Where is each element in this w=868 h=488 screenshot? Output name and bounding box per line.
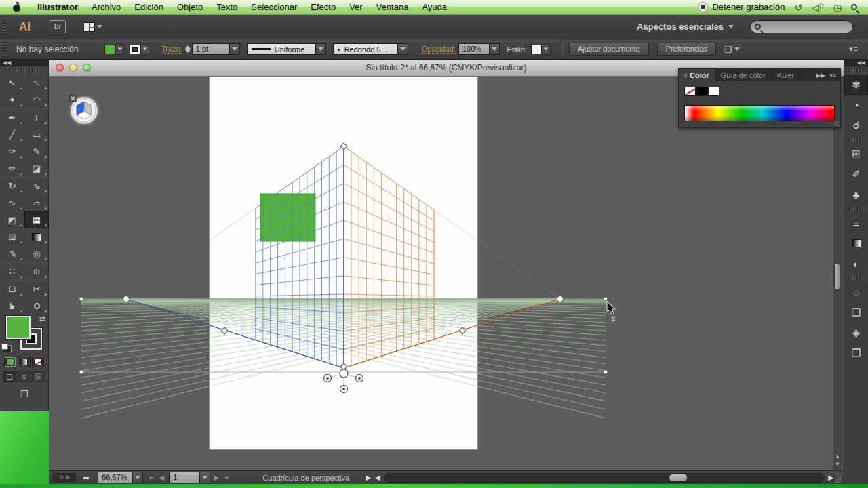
menu-item-objeto[interactable]: Objeto xyxy=(170,0,210,15)
color-guide-panel-icon[interactable]: ◔ xyxy=(844,95,868,115)
menu-item-seleccionar[interactable]: Seleccionar xyxy=(244,0,304,15)
artboard-number-field[interactable]: 1 xyxy=(169,472,200,483)
fill-color-dropdown[interactable] xyxy=(115,44,124,55)
blob-brush-tool[interactable]: ✏ xyxy=(0,160,24,177)
opacity-dropdown[interactable] xyxy=(490,43,500,55)
search-input[interactable] xyxy=(750,20,853,33)
direct-selection-tool[interactable]: ↖ xyxy=(24,75,49,92)
brush-definition-select[interactable]: • Redondo 5... xyxy=(333,43,398,55)
menu-item-ver[interactable]: Ver xyxy=(342,0,370,15)
menu-item-texto[interactable]: Texto xyxy=(210,0,244,15)
swap-fill-stroke-icon[interactable]: ⇄ xyxy=(39,314,45,323)
dock-gripper[interactable] xyxy=(848,207,864,211)
pen-tool[interactable]: ✒ xyxy=(0,109,24,126)
tab-guía-de-color[interactable]: Guía de color xyxy=(715,69,772,81)
zoom-level-select[interactable]: 66,67% xyxy=(98,472,133,483)
scroll-up-icon[interactable]: ▲ xyxy=(833,453,842,460)
menu-item-ventana[interactable]: Ventana xyxy=(370,0,416,15)
width-profile-dropdown[interactable] xyxy=(316,43,326,55)
brush-definition-dropdown[interactable] xyxy=(398,43,408,55)
fit-document-button[interactable]: Ajustar documento xyxy=(569,43,649,56)
vertical-extent-handle[interactable] xyxy=(340,143,347,150)
variable-width-profile-select[interactable]: Uniforme xyxy=(247,43,316,55)
right-vanishing-point-handle[interactable] xyxy=(557,296,564,302)
rectangle-tool[interactable]: ▭ xyxy=(24,126,49,143)
style-dropdown[interactable] xyxy=(542,44,551,55)
symbol-sprayer-tool[interactable]: ∷ xyxy=(0,263,24,280)
plane-switcher-widget[interactable] xyxy=(70,96,98,125)
stroke-color-dropdown[interactable] xyxy=(140,44,149,55)
stroke-color-swatch[interactable] xyxy=(130,45,140,54)
mesh-tool[interactable]: ⊞ xyxy=(0,228,24,245)
hand-tool[interactable]: ☛ xyxy=(0,298,24,314)
window-resize-grip[interactable] xyxy=(835,473,842,483)
apple-menu-icon[interactable] xyxy=(12,3,21,12)
menu-item-ayuda[interactable]: Ayuda xyxy=(415,0,454,15)
stroke-weight-stepper[interactable] xyxy=(185,45,191,53)
style-swatch[interactable] xyxy=(531,45,542,54)
collapse-panel-icon[interactable]: ▶▶ xyxy=(816,72,825,79)
preferences-button[interactable]: Preferencias xyxy=(657,43,717,56)
zoom-level-dropdown[interactable] xyxy=(133,472,143,483)
appearance-panel-icon[interactable]: ◌ xyxy=(844,282,868,302)
panel-resize-grip[interactable] xyxy=(833,121,839,126)
horizontal-grid-cell-widget[interactable] xyxy=(340,386,348,393)
stop-recording-button[interactable]: Detener grabación xyxy=(698,2,785,12)
lasso-tool[interactable]: ◠ xyxy=(24,92,49,108)
last-artboard-icon[interactable]: ⇥ xyxy=(223,474,229,481)
left-vanishing-point-handle[interactable] xyxy=(123,296,130,302)
gradient-panel-icon[interactable] xyxy=(844,233,868,253)
select-similar-icon[interactable]: ❏ xyxy=(724,45,732,54)
stroke-panel-link[interactable]: Trazo: xyxy=(161,45,182,54)
width-tool[interactable]: ∿ xyxy=(0,195,24,211)
spotlight-icon[interactable] xyxy=(851,4,857,10)
dock-gripper[interactable] xyxy=(848,68,864,73)
menu-item-efecto[interactable]: Efecto xyxy=(304,0,342,15)
layers-panel-icon[interactable]: ◈ xyxy=(844,323,868,343)
white-color-swatch[interactable] xyxy=(708,87,719,96)
column-graph-tool[interactable]: ılı xyxy=(24,263,49,280)
clock-icon[interactable]: ◷ xyxy=(833,3,842,12)
right-horizon-handle[interactable] xyxy=(604,297,608,301)
dock-gripper[interactable] xyxy=(848,276,864,280)
right-ground-handle[interactable] xyxy=(604,370,608,374)
type-tool[interactable]: T xyxy=(24,109,49,126)
brushes-panel-icon[interactable]: ✐ xyxy=(844,164,868,184)
workspace-switcher[interactable]: Aspectos esenciales xyxy=(637,22,734,32)
draw-behind-mode-button[interactable]: ⧅ xyxy=(17,371,31,382)
time-machine-icon[interactable]: ↺ xyxy=(794,3,802,12)
stroke-weight-dropdown[interactable] xyxy=(230,43,240,55)
menu-item-edición[interactable]: Edición xyxy=(127,0,170,15)
hscroll-left-icon[interactable]: ◀ xyxy=(375,474,380,481)
line-segment-tool[interactable]: ╱ xyxy=(0,126,24,143)
selection-tool[interactable]: ↖ xyxy=(0,75,24,92)
dock-gripper[interactable] xyxy=(848,138,864,142)
first-artboard-icon[interactable]: ⇤ xyxy=(149,474,155,481)
status-mini-icons[interactable]: ⚙❖ xyxy=(53,473,76,482)
tab-kuler[interactable]: Kuler xyxy=(772,69,801,81)
right-grid-cell-widget[interactable] xyxy=(356,375,363,382)
stroke-weight-value[interactable]: 1 pt xyxy=(192,43,230,55)
artboard-tool[interactable]: ⊡ xyxy=(0,281,24,298)
left-horizon-handle[interactable] xyxy=(79,297,83,301)
horizontal-scrollbar-thumb[interactable] xyxy=(669,474,687,481)
opacity-link[interactable]: Opacidad: xyxy=(422,45,456,54)
draw-inside-mode-button[interactable]: 回 xyxy=(32,371,45,382)
menu-item-archivo[interactable]: Archivo xyxy=(85,0,127,15)
opacity-value[interactable]: 100% xyxy=(458,43,490,55)
scroll-down-icon[interactable]: ▼ xyxy=(833,461,842,467)
origin-handle[interactable] xyxy=(340,369,348,378)
symbols-panel-icon[interactable]: ♣ xyxy=(844,184,868,205)
hscroll-right-icon[interactable]: ▶ xyxy=(828,474,833,481)
go-to-bridge-icon[interactable]: ➦ xyxy=(83,473,90,483)
status-field-menu-icon[interactable]: ▶ xyxy=(366,474,371,481)
swatches-panel-icon[interactable]: ⊞ xyxy=(844,144,868,164)
slice-tool[interactable]: ✂ xyxy=(24,281,49,298)
horizontal-scrollbar[interactable] xyxy=(384,473,825,483)
artboard-number-dropdown[interactable] xyxy=(200,472,210,483)
color-spectrum-bar[interactable] xyxy=(684,105,835,121)
free-transform-tool[interactable]: ▱ xyxy=(24,195,49,211)
shape-builder-tool[interactable]: ◩ xyxy=(0,211,24,228)
color-panel-icon[interactable]: ✾ xyxy=(844,75,868,95)
none-button[interactable] xyxy=(32,357,44,367)
